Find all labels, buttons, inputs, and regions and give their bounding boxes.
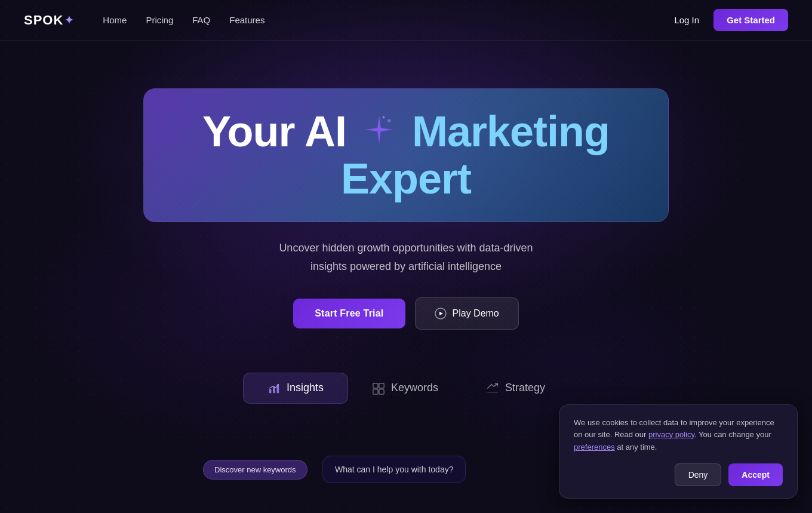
login-button[interactable]: Log In — [674, 15, 699, 25]
sparkle-icon — [362, 113, 396, 146]
cookie-buttons: Deny Accept — [574, 463, 783, 486]
keywords-icon — [372, 382, 385, 395]
hero-subtitle-line2: insights powered by artificial intellige… — [310, 260, 502, 272]
logo-asterisk: ✦ — [64, 14, 74, 27]
deny-button[interactable]: Deny — [675, 463, 722, 486]
cookie-text: We use cookies to collect data to improv… — [574, 417, 783, 454]
hero-title-part1: Your AI — [202, 107, 346, 155]
hero-subtitle: Uncover hidden growth opportunities with… — [279, 239, 533, 275]
hero-banner: Your AI Marketing Expert — [143, 88, 669, 222]
hero-title-part3: Expert — [341, 155, 471, 202]
get-started-button[interactable]: Get Started — [713, 9, 788, 31]
hero-section: Your AI Marketing Expert Uncover hidden … — [0, 41, 812, 404]
hero-title-part2: Marketing — [412, 107, 610, 155]
nav-home[interactable]: Home — [103, 15, 127, 25]
navbar: SPOK✦ Home Pricing FAQ Features Log In G… — [0, 0, 812, 41]
privacy-policy-link[interactable]: privacy policy — [648, 430, 694, 439]
strategy-icon — [486, 382, 499, 395]
nav-links: Home Pricing FAQ Features — [103, 15, 264, 25]
discover-pill[interactable]: Discover new keywords — [203, 460, 307, 480]
play-demo-label: Play Demo — [453, 308, 499, 319]
logo-text: SPOK — [24, 13, 63, 28]
chat-bubble: What can I help you with today? — [322, 456, 466, 483]
nav-right: Log In Get Started — [674, 9, 788, 31]
svg-rect-7 — [379, 383, 384, 388]
hero-title: Your AI Marketing Expert — [173, 108, 639, 202]
svg-point-1 — [383, 116, 385, 119]
tab-insights-label: Insights — [287, 382, 324, 394]
tab-strategy-label: Strategy — [505, 382, 545, 394]
nav-faq[interactable]: FAQ — [192, 15, 210, 25]
cookie-text-3: at any time. — [615, 443, 657, 451]
accept-button[interactable]: Accept — [728, 463, 783, 486]
cta-row: Start Free Trial Play Demo — [293, 297, 519, 330]
svg-rect-3 — [269, 389, 272, 392]
nav-pricing[interactable]: Pricing — [146, 15, 173, 25]
cookie-text-2: . You can change your — [694, 430, 771, 439]
logo: SPOK✦ — [24, 13, 74, 28]
preferences-link[interactable]: preferences — [574, 443, 615, 451]
nav-left: SPOK✦ Home Pricing FAQ Features — [24, 13, 264, 28]
play-icon — [435, 308, 447, 320]
svg-rect-6 — [373, 383, 378, 388]
nav-features[interactable]: Features — [229, 15, 264, 25]
tab-keywords-label: Keywords — [391, 382, 438, 394]
hero-subtitle-line1: Uncover hidden growth opportunities with… — [279, 242, 533, 254]
start-free-trial-button[interactable]: Start Free Trial — [293, 299, 405, 328]
svg-point-0 — [387, 119, 391, 122]
insights-icon — [267, 382, 281, 395]
play-demo-button[interactable]: Play Demo — [415, 297, 519, 330]
cookie-banner: We use cookies to collect data to improv… — [559, 404, 798, 499]
